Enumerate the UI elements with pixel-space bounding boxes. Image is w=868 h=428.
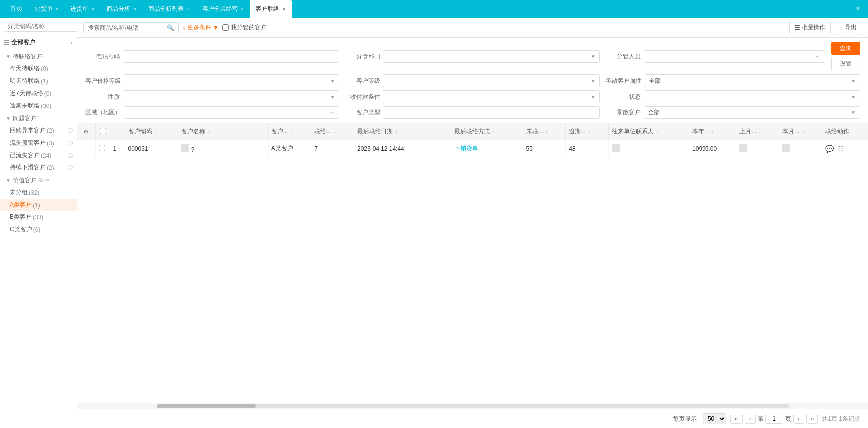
sidebar-item-b-class[interactable]: B类客户 (33): [0, 211, 77, 223]
last-page-button[interactable]: »: [806, 414, 818, 424]
retail-attr-select[interactable]: 全部▼: [645, 74, 860, 87]
sidebar-item-unclassified[interactable]: 未分组 (32): [0, 186, 77, 199]
action-icons: 💬 ☷: [825, 145, 865, 153]
filter-manager: 分管人员 ··· 查询 设置: [606, 42, 860, 71]
nav-tab-purchase[interactable]: 进货单 ×: [64, 0, 100, 18]
nature-select[interactable]: ▼: [123, 90, 339, 103]
th-settings[interactable]: ⚙: [77, 123, 95, 140]
manager-input[interactable]: ···: [644, 50, 824, 63]
th-this-year[interactable]: 本年... ↕: [689, 123, 736, 140]
scroll-thumb[interactable]: [157, 404, 256, 408]
sidebar-collapse-btn[interactable]: ‹: [71, 40, 73, 46]
close-segment-tab[interactable]: ×: [241, 6, 244, 12]
settings-button[interactable]: 设置: [831, 57, 860, 71]
filter-bar: 🔍 ▿ 更多条件 ▼ 我分管的客户 ☰ 批量操作 ↓ 导出: [77, 18, 868, 38]
table-header-row: ⚙ 客户编码 ↕ 客户名称 ↕: [77, 123, 868, 140]
sort-method-icon: ↕: [493, 129, 495, 134]
th-last-contact-method[interactable]: 最后联络方式 ↕: [451, 123, 523, 140]
sidebar-item-repurchase-abnormal[interactable]: 回购异常客户 (2) ⓘ: [0, 124, 77, 137]
nature-label: 性质: [85, 93, 120, 101]
status-select[interactable]: ▼: [644, 90, 860, 103]
retail-customer-select[interactable]: 全部▼: [644, 106, 860, 119]
main-layout: 🔍 ☰ 全部客户 ‹ ▼ 待联络客户 今天待联络 (0) 明天待联络 (1) 近…: [0, 18, 868, 428]
th-overdue[interactable]: 逾期... ↕: [566, 123, 609, 140]
export-button[interactable]: ↓ 导出: [835, 21, 862, 34]
phone-input[interactable]: [123, 50, 339, 63]
th-this-month[interactable]: 本月... ↕: [779, 123, 822, 140]
row-checkbox[interactable]: [99, 145, 105, 151]
th-category[interactable]: 客户... ↕: [268, 123, 311, 140]
batch-operation-button[interactable]: ☰ 批量操作: [789, 21, 831, 34]
filter-search-input[interactable]: [88, 24, 167, 31]
nav-tab-customer-contact[interactable]: 客户联络 ×: [250, 0, 291, 18]
region-input[interactable]: ···: [124, 106, 339, 119]
close-analysis-list-tab[interactable]: ×: [187, 6, 190, 12]
sidebar-item-today[interactable]: 今天待联络 (0): [0, 62, 77, 75]
dept-select[interactable]: ▼: [383, 50, 599, 63]
page-number-input[interactable]: [765, 414, 783, 424]
sort-nocontact-icon: ↕: [545, 129, 548, 134]
th-last-month[interactable]: 上月... ↕: [736, 123, 779, 140]
close-purchase-tab[interactable]: ×: [91, 6, 94, 12]
sidebar-item-a-class[interactable]: A类客户 (1): [0, 199, 77, 211]
td-index: 1: [110, 140, 125, 157]
th-unit-contact[interactable]: 往来单位联系人 ↕: [608, 123, 689, 140]
customer-grade-select[interactable]: ▼: [383, 74, 599, 87]
close-analysis-tab[interactable]: ×: [133, 6, 136, 12]
refresh-icon[interactable]: ↻: [39, 177, 43, 184]
qrcode-icon[interactable]: ☷: [838, 145, 844, 153]
close-contact-tab[interactable]: ×: [282, 6, 285, 12]
th-no-contact[interactable]: 未联... ↕: [523, 123, 566, 140]
sidebar-item-c-class[interactable]: C类客户 (6): [0, 223, 77, 236]
more-filters-button[interactable]: ▿ 更多条件 ▼: [183, 23, 218, 32]
payment-select[interactable]: ▼: [383, 90, 599, 103]
prev-page-button[interactable]: ‹: [745, 414, 756, 424]
th-code[interactable]: 客户编码 ↕: [125, 123, 178, 140]
last-month-bar: [739, 144, 747, 152]
last-contact-method-link[interactable]: 下销货单: [454, 145, 478, 152]
filter-search-icon[interactable]: 🔍: [167, 24, 174, 31]
select-all-checkbox[interactable]: [100, 128, 106, 134]
advanced-filter-panel: 电话号码 分管部门 ▼ 分管人员 ··· 查询 设置: [77, 38, 868, 123]
sort-contact-icon: ↕: [334, 129, 336, 134]
nav-tab-analysis-list[interactable]: 商品分析列表 ×: [142, 0, 196, 18]
th-last-contact-date[interactable]: 最后联络日期 ↕: [354, 123, 451, 140]
first-page-button[interactable]: «: [730, 414, 743, 424]
page-total-label: 页: [785, 415, 791, 423]
query-button[interactable]: 查询: [831, 42, 860, 55]
th-checkbox[interactable]: [95, 123, 110, 140]
value-customers-group[interactable]: ▼ 价值客户 ↻ ✏: [0, 174, 77, 186]
top-close-button[interactable]: ×: [852, 4, 864, 13]
chat-icon[interactable]: 💬: [825, 145, 834, 153]
sidebar-item-churned[interactable]: 已流失客户 (24) ⓘ: [0, 149, 77, 161]
sidebar-search-input[interactable]: [4, 21, 77, 32]
price-grade-select[interactable]: ▼: [124, 74, 339, 87]
close-sales-tab[interactable]: ×: [55, 6, 58, 12]
all-customers-header[interactable]: ☰ 全部客户 ‹: [0, 35, 77, 50]
next-page-button[interactable]: ›: [793, 414, 804, 424]
filter-icon: ▿: [183, 24, 186, 31]
nav-tab-analysis[interactable]: 商品分析 ×: [101, 0, 142, 18]
sidebar-item-7days[interactable]: 近7天待联络 (0): [0, 87, 77, 100]
edit-icon[interactable]: ✏: [45, 177, 50, 184]
info-icon-3: ⓘ: [68, 152, 73, 159]
customer-type-input[interactable]: [383, 106, 599, 119]
my-customers-checkbox[interactable]: [222, 24, 229, 31]
sidebar-item-churn-warning[interactable]: 流失预警客户 (3) ⓘ: [0, 137, 77, 149]
sidebar-item-overdue[interactable]: 逾期未联络 (30): [0, 100, 77, 112]
triangle-icon-3: ▼: [6, 178, 11, 183]
th-name[interactable]: 客户名称 ↕: [178, 123, 268, 140]
nav-home[interactable]: 首页: [4, 4, 29, 13]
nav-tab-sales[interactable]: 销货单 ×: [29, 0, 64, 18]
customer-grade-arrow: ▼: [591, 78, 596, 84]
pending-contact-group[interactable]: ▼ 待联络客户: [0, 50, 77, 62]
problem-customers-group[interactable]: ▼ 问题客户: [0, 112, 77, 124]
sidebar-item-tomorrow[interactable]: 明天待联络 (1): [0, 75, 77, 87]
th-contact[interactable]: 联络... ↕: [311, 123, 354, 140]
sidebar-item-declining[interactable]: 持续下滑客户 (2) ⓘ: [0, 161, 77, 174]
nav-tab-customer-segment[interactable]: 客户分层经营 ×: [196, 0, 250, 18]
sort-date-icon: ↕: [395, 129, 398, 134]
per-page-select[interactable]: 50: [703, 413, 726, 424]
filter-row-1: 电话号码 分管部门 ▼ 分管人员 ··· 查询 设置: [85, 42, 860, 71]
sort-code-icon: ↕: [155, 129, 157, 134]
